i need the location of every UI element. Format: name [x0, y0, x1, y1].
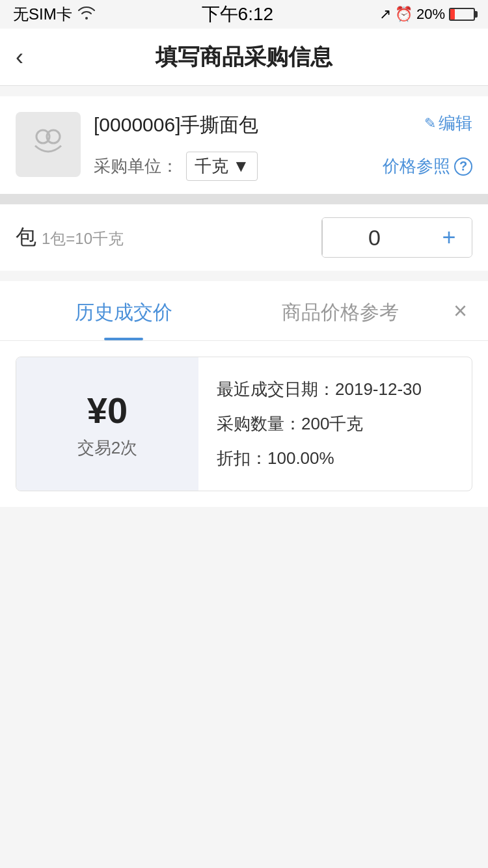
main-background [0, 507, 488, 868]
quantity-label-text: 采购数量： [217, 414, 301, 433]
product-header: [0000006]手撕面包 ✎ 编辑 [94, 112, 472, 139]
unit-label: 采购单位： [94, 156, 178, 176]
discount-value: 100.00% [267, 448, 334, 468]
price-ref-button[interactable]: 价格参照 ? [383, 155, 472, 178]
status-right: ↗ ⏰ 20% [379, 6, 475, 23]
location-icon: ↗ [379, 6, 391, 23]
latest-date-row: 最近成交日期：2019-12-30 [217, 377, 454, 402]
quantity-controls: + [321, 217, 472, 258]
quantity-input[interactable] [322, 218, 426, 257]
carrier-text: 无SIM卡 [13, 4, 72, 25]
back-button[interactable]: ‹ [16, 44, 23, 71]
discount-row: 折扣：100.00% [217, 446, 454, 471]
unit-value: 千克 [195, 155, 228, 178]
status-time: 下午6:12 [202, 2, 274, 27]
battery-percent: 20% [416, 6, 445, 23]
quantity-unit: 包 [16, 223, 36, 252]
status-left: 无SIM卡 [13, 4, 96, 25]
wifi-icon [77, 5, 96, 23]
latest-date-label: 最近成交日期： [217, 379, 335, 399]
help-icon: ? [454, 157, 472, 176]
alarm-icon: ⏰ [395, 6, 413, 23]
product-card: [0000006]手撕面包 ✎ 编辑 采购单位： 千克 ▼ 价格参照 ? [0, 96, 488, 194]
tab-history-price[interactable]: 历史成交价 [16, 281, 232, 340]
trade-count: 交易2次 [77, 437, 137, 459]
tab-close-button[interactable]: × [448, 297, 472, 325]
history-price-value: ¥0 [87, 389, 128, 431]
tab1-label: 历史成交价 [75, 301, 172, 323]
price-ref-label: 价格参照 [383, 155, 450, 178]
page-title: 填写商品采购信息 [156, 42, 332, 72]
dropdown-icon: ▼ [232, 156, 249, 176]
history-content: ¥0 交易2次 最近成交日期：2019-12-30 采购数量：200千克 折扣：… [0, 341, 488, 507]
nav-bar: ‹ 填写商品采购信息 [0, 29, 488, 86]
product-info: [0000006]手撕面包 ✎ 编辑 采购单位： 千克 ▼ 价格参照 ? [94, 112, 472, 181]
history-price-section: ¥0 交易2次 [16, 357, 198, 491]
divider [0, 194, 488, 204]
battery-icon [449, 8, 475, 21]
quantity-plus-button[interactable]: + [426, 218, 472, 257]
history-card: ¥0 交易2次 最近成交日期：2019-12-30 采购数量：200千克 折扣：… [16, 357, 472, 491]
tab-header: 历史成交价 商品价格参考 × [0, 281, 488, 341]
product-image [16, 112, 81, 177]
quantity-row: 包 1包=10千克 + [0, 204, 488, 271]
product-unit-row: 采购单位： 千克 ▼ 价格参照 ? [94, 152, 472, 181]
purchase-quantity-row: 采购数量：200千克 [217, 411, 454, 437]
price-number: 0 [107, 390, 128, 431]
edit-button[interactable]: ✎ 编辑 [424, 112, 472, 135]
tab-price-reference[interactable]: 商品价格参考 [232, 281, 448, 340]
product-logo-icon [29, 125, 68, 164]
quantity-conversion: 1包=10千克 [42, 228, 124, 249]
product-full-name: [0000006]手撕面包 [94, 112, 258, 139]
discount-label: 折扣： [217, 448, 267, 468]
edit-label: 编辑 [439, 112, 472, 135]
edit-icon: ✎ [424, 115, 436, 132]
latest-date-value: 2019-12-30 [335, 379, 422, 399]
tab2-label: 商品价格参考 [282, 301, 399, 323]
status-bar: 无SIM卡 下午6:12 ↗ ⏰ 20% [0, 0, 488, 29]
price-symbol: ¥ [87, 390, 107, 431]
quantity-label: 包 1包=10千克 [16, 223, 124, 252]
tab-section: 历史成交价 商品价格参考 × ¥0 交易2次 最近成交日期：2019-12-30… [0, 281, 488, 507]
quantity-value: 200千克 [301, 414, 363, 433]
history-detail-section: 最近成交日期：2019-12-30 采购数量：200千克 折扣：100.00% [198, 357, 472, 491]
unit-select[interactable]: 千克 ▼ [186, 152, 258, 181]
unit-section: 采购单位： 千克 ▼ [94, 152, 258, 181]
